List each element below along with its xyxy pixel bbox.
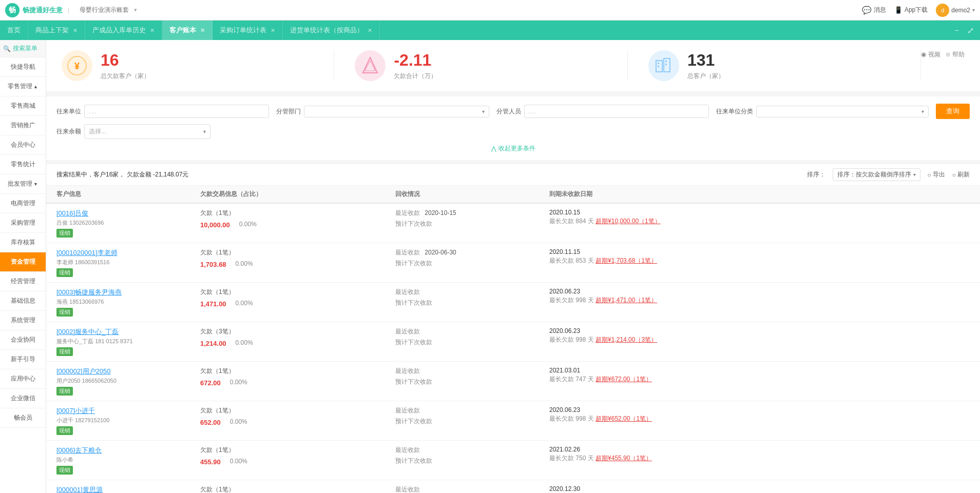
sidebar-item-inventory[interactable]: 库存核算 bbox=[0, 233, 46, 252]
export-btn[interactable]: ○ 导出 bbox=[928, 170, 945, 179]
table-row: [0003]畅捷服务尹海燕 海燕 18513066976 现销 欠款（1笔） 1… bbox=[46, 283, 980, 322]
overdue-link-1[interactable]: 超期¥1,703.68（1笔） bbox=[595, 257, 657, 264]
sort-label: 排序： bbox=[807, 170, 825, 179]
customer-name-4[interactable]: [000002]用户2050 bbox=[56, 367, 200, 376]
tab-close-purchase-order[interactable]: ✕ bbox=[271, 27, 275, 34]
sidebar-item-appstore[interactable]: 应用中心 bbox=[0, 369, 46, 389]
sidebar-item-quick-nav[interactable]: 快捷导航 bbox=[0, 57, 46, 77]
app-logo-icon: 畅 bbox=[5, 3, 20, 17]
tab-incoming-stats[interactable]: 进货单统计表（按商品） ✕ bbox=[283, 21, 380, 40]
tab-customer-account[interactable]: 客户账本 ✕ bbox=[162, 21, 213, 40]
sidebar-item-newbie[interactable]: 新手引导 bbox=[0, 350, 46, 369]
overdue-link-5[interactable]: 超期¥652.00（1笔） bbox=[595, 415, 652, 422]
tab-home[interactable]: 首页 bbox=[0, 21, 28, 40]
overdue-link-4[interactable]: 超期¥672.00（1笔） bbox=[595, 376, 652, 383]
tab-close-product-shelf[interactable]: ✕ bbox=[73, 27, 78, 34]
debt-ratio-0: 0.00% bbox=[239, 221, 257, 228]
maximize-icon[interactable]: ⤢ bbox=[965, 25, 976, 36]
tab-product-shelf[interactable]: 商品上下架 ✕ bbox=[28, 21, 85, 40]
video-btn[interactable]: ◉ 视频 bbox=[921, 50, 940, 59]
customer-name-0[interactable]: [0016]吕俊 bbox=[56, 209, 200, 218]
sidebar-item-wechat[interactable]: 企业微信 bbox=[0, 389, 46, 408]
customer-info-4: 用户2050 18665062050 bbox=[56, 377, 200, 385]
debt-amount-icon bbox=[355, 50, 386, 81]
debt-amount-value: -2.11 bbox=[394, 51, 437, 70]
debt-amount-label: 欠款合计（万） bbox=[394, 72, 437, 81]
table-row: [000002]用户2050 用户2050 18665062050 现销 欠款（… bbox=[46, 362, 980, 401]
sidebar-item-retail-stats[interactable]: 零售统计 bbox=[0, 155, 46, 174]
sidebar-item-retail-mgmt[interactable]: 零售管理 ▲ bbox=[0, 77, 46, 96]
user-menu[interactable]: d demo2 ▾ bbox=[936, 4, 975, 17]
unit-category-label: 往来单位分类 bbox=[716, 107, 753, 116]
sidebar-item-member[interactable]: 会员中心 bbox=[0, 135, 46, 155]
sidebar-item-operations[interactable]: 经营管理 bbox=[0, 272, 46, 291]
refresh-btn[interactable]: ○ 刷新 bbox=[952, 170, 970, 179]
app-name: 畅捷通好生意 bbox=[23, 6, 63, 15]
help-btn[interactable]: ⊙ 帮助 bbox=[946, 50, 965, 59]
badge-1: 现销 bbox=[56, 268, 73, 277]
customer-name-7[interactable]: [000001]黄思源 bbox=[56, 485, 200, 493]
overdue-link-3[interactable]: 超期¥1,214.00（3笔） bbox=[595, 336, 657, 343]
tab-close-product-history[interactable]: ✕ bbox=[150, 27, 155, 34]
search-button[interactable]: 查询 bbox=[936, 104, 970, 119]
customer-info-3: 服务中心_丁磊 181 0125 8371 bbox=[56, 338, 200, 345]
col-overdue-date: 到期未收款日期 bbox=[549, 190, 970, 199]
customer-name-1[interactable]: [0001020001]李老师 bbox=[56, 248, 200, 258]
badge-3: 现销 bbox=[56, 347, 73, 356]
chevron-icon: ▲ bbox=[33, 84, 38, 89]
customer-name-2[interactable]: [0003]畅捷服务尹海燕 bbox=[56, 288, 200, 297]
source-unit-input[interactable]: ... bbox=[84, 105, 269, 118]
app-header: 畅 畅捷通好生意 | 母婴行业演示账套 ▾ 💬 消息 📱 App下载 d dem… bbox=[0, 0, 980, 21]
sidebar-search[interactable]: 🔍 搜索菜单 bbox=[0, 40, 46, 57]
sidebar-item-retail-mall[interactable]: 零售商城 bbox=[0, 96, 46, 116]
sidebar-item-vip[interactable]: 畅会员 bbox=[0, 408, 46, 428]
sidebar-item-ecommerce[interactable]: 电商管理 bbox=[0, 194, 46, 213]
balance-chevron-icon: ▾ bbox=[203, 129, 206, 134]
message-btn[interactable]: 💬 消息 bbox=[862, 6, 886, 15]
app-download-btn[interactable]: 📱 App下载 bbox=[894, 6, 928, 14]
result-summary: 搜索结果中，客户16家， 欠款金额 -21,148.07元 bbox=[56, 170, 188, 179]
result-bar: 搜索结果中，客户16家， 欠款金额 -21,148.07元 排序： 排序：按欠款… bbox=[46, 164, 980, 186]
overdue-link-6[interactable]: 超期¥455.90（1笔） bbox=[595, 455, 652, 462]
refresh-icon: ○ bbox=[952, 171, 956, 179]
dept-select[interactable]: ▾ bbox=[304, 106, 489, 117]
unit-category-select[interactable]: ▾ bbox=[756, 106, 929, 117]
tab-product-history[interactable]: 产成品入库单历史 ✕ bbox=[85, 21, 162, 40]
app-logo: 畅 畅捷通好生意 | 母婴行业演示账套 ▾ bbox=[5, 3, 137, 17]
store-dropdown-icon[interactable]: ▾ bbox=[134, 7, 137, 13]
collapse-btn[interactable]: ⋀ 收起更多条件 bbox=[491, 144, 535, 153]
sort-select[interactable]: 排序：按欠款金额倒序排序 ▾ bbox=[833, 168, 920, 181]
table-row: [0006]去下粮仓 陈小希 现销 欠款（1笔） 455.90 0.00% 最近… bbox=[46, 441, 980, 480]
person-input[interactable]: ... bbox=[524, 105, 709, 118]
stats-row: ¥ 16 总欠款客户（家） -2.11 欠款合计（万） bbox=[46, 40, 980, 91]
nav-tabs: 首页 商品上下架 ✕ 产成品入库单历史 ✕ 客户账本 ✕ 采购订单统计表 ✕ 进… bbox=[0, 21, 980, 40]
total-customers-label: 总客户（家） bbox=[687, 72, 724, 81]
overdue-link-0[interactable]: 超期¥10,000.00（1笔） bbox=[595, 218, 661, 225]
debt-count-0: 欠款（1笔） bbox=[200, 209, 395, 218]
sidebar-item-basic[interactable]: 基础信息 bbox=[0, 291, 46, 311]
minimize-icon[interactable]: － bbox=[951, 24, 963, 37]
customer-name-3[interactable]: [0002]服务中心_丁磊 bbox=[56, 327, 200, 337]
sidebar-item-finance[interactable]: 资金管理 bbox=[0, 252, 46, 272]
tab-close-customer-account[interactable]: ✕ bbox=[200, 27, 205, 34]
stat-debt-customers: ¥ 16 总欠款客户（家） bbox=[62, 50, 334, 81]
customer-name-6[interactable]: [0006]去下粮仓 bbox=[56, 446, 200, 455]
main-layout: 🔍 搜索菜单 快捷导航 零售管理 ▲ 零售商城 营销推广 会员中心 零售统计 批… bbox=[0, 40, 980, 493]
overdue-link-2[interactable]: 超期¥1,471.00（1笔） bbox=[595, 297, 657, 304]
sidebar-item-purchase[interactable]: 采购管理 bbox=[0, 213, 46, 233]
balance-select[interactable]: 选择... ▾ bbox=[84, 124, 210, 139]
filter-unit-category: 往来单位分类 ▾ bbox=[716, 106, 929, 117]
tab-purchase-order[interactable]: 采购订单统计表 ✕ bbox=[213, 21, 283, 40]
export-icon: ○ bbox=[928, 171, 931, 179]
filter-row-2: 往来余额 选择... ▾ bbox=[56, 124, 970, 139]
dept-label: 分管部门 bbox=[276, 107, 301, 116]
badge-4: 现销 bbox=[56, 387, 73, 396]
sidebar-item-batch-mgmt[interactable]: 批发管理 ▼ bbox=[0, 174, 46, 194]
stat-total-customers: 131 总客户（家） bbox=[628, 50, 921, 81]
customer-name-5[interactable]: [0007]小进千 bbox=[56, 406, 200, 416]
dept-chevron-icon: ▾ bbox=[482, 109, 485, 114]
sidebar-item-marketing[interactable]: 营销推广 bbox=[0, 116, 46, 135]
sidebar-item-system[interactable]: 系统管理 bbox=[0, 311, 46, 330]
tab-close-incoming-stats[interactable]: ✕ bbox=[368, 27, 372, 34]
sidebar-item-enterprise[interactable]: 企业协同 bbox=[0, 330, 46, 350]
